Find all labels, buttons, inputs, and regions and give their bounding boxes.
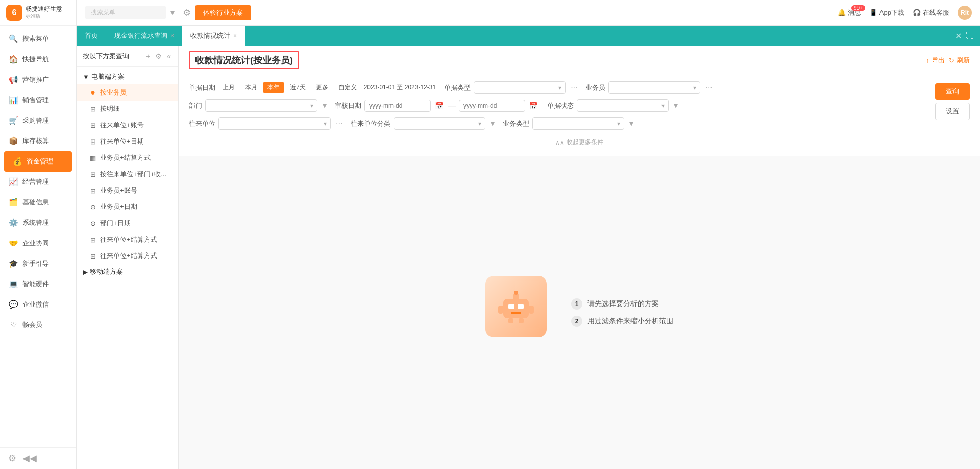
bill-status-more-icon[interactable]: ▾ — [674, 101, 678, 110]
user-avatar[interactable]: Rit — [958, 6, 972, 20]
online-service-btn[interactable]: 🎧 在线客服 — [913, 8, 949, 17]
search-icon: 🔍 — [8, 34, 18, 44]
grid-icon-3: ⊞ — [89, 137, 97, 146]
bill-status-select[interactable] — [577, 99, 669, 112]
date-tab-last-month[interactable]: 上月 — [218, 82, 239, 93]
tab-fullscreen-icon[interactable]: ⛶ — [966, 31, 974, 40]
sidebar-item-hardware[interactable]: 💻 智能硬件 — [0, 274, 76, 294]
tree-group-mobile-title[interactable]: ▶ 移动端方案 — [77, 264, 178, 279]
tree-item-by-detail[interactable]: ⊞ 按明细 — [77, 101, 178, 117]
sidebar-item-search[interactable]: 🔍 搜索菜单 — [0, 29, 76, 49]
empty-state: 1 请先选择要分析的方案 2 用过滤条件来缩小分析范围 — [179, 156, 980, 469]
date-tab-7-days[interactable]: 近7天 — [286, 82, 310, 93]
sidebar-item-purchase[interactable]: 🛒 采购管理 — [0, 110, 76, 131]
app-name: 畅捷通好生意 — [26, 5, 62, 12]
tree-group-desktop-title[interactable]: ▼ 电脑端方案 — [77, 69, 178, 84]
tree-item-salesperson-settlement[interactable]: ▦ 业务员+结算方式 — [77, 150, 178, 166]
panel-add-btn[interactable]: + — [145, 51, 151, 61]
topbar-dropdown-icon[interactable]: ▾ — [170, 8, 175, 17]
panel-settings-btn[interactable]: ⚙ — [154, 51, 163, 61]
topbar-settings-icon[interactable]: ⚙ — [183, 7, 191, 18]
dept-label: 部门 — [189, 101, 202, 110]
review-date-end[interactable] — [459, 100, 525, 112]
dept-more-icon[interactable]: ▾ — [323, 101, 327, 110]
tab-collection-close[interactable]: × — [233, 32, 237, 39]
sidebar-item-vip[interactable]: ♡ 畅会员 — [0, 315, 76, 335]
tree-item-unit-account[interactable]: ⊞ 往来单位+账号 — [77, 117, 178, 133]
logo-icon: 6 — [6, 5, 22, 21]
app-download-btn[interactable]: 📱 App下载 — [869, 8, 904, 17]
tree-item-unit-settlement1[interactable]: ⊞ 往来单位+结算方式 — [77, 231, 178, 248]
salesperson-select[interactable] — [608, 81, 700, 94]
settings-button[interactable]: 设置 — [935, 103, 970, 120]
date-tab-more[interactable]: 更多 — [312, 82, 332, 93]
sidebar-item-guide[interactable]: 🎓 新手引导 — [0, 253, 76, 274]
hardware-icon: 💻 — [8, 279, 18, 289]
dept-select[interactable] — [205, 99, 317, 112]
settings-footer-btn[interactable]: ⚙ — [8, 453, 16, 464]
tab-bank[interactable]: 现金银行流水查询 × — [106, 26, 182, 46]
panel-collapse-btn[interactable]: « — [166, 51, 172, 61]
export-button[interactable]: ↑ 导出 — [926, 56, 945, 65]
sidebar-item-wechat[interactable]: 💬 企业微信 — [0, 294, 76, 315]
left-panel: 按以下方案查询 + ⚙ « ▼ 电脑端方案 ● 按业务员 — [77, 46, 179, 469]
tree-item-salesperson-account[interactable]: ⊞ 业务员+账号 — [77, 182, 178, 199]
tab-collection[interactable]: 收款情况统计 × — [182, 26, 245, 46]
panel-header: 按以下方案查询 + ⚙ « — [77, 46, 178, 67]
tree-item-salesperson-date[interactable]: ⊙ 业务员+日期 — [77, 199, 178, 215]
biz-type-dropdown-icon: ▾ — [629, 119, 633, 128]
sidebar-item-operation[interactable]: 📈 经营管理 — [0, 172, 76, 192]
enterprise-icon: 🤝 — [8, 238, 18, 248]
biz-type-label: 业务类型 — [503, 119, 529, 128]
tree-item-unit-dept-collection[interactable]: ⊞ 按往来单位+部门+收... — [77, 166, 178, 182]
salesperson-more-icon[interactable]: ··· — [705, 83, 712, 92]
calendar-icon-1[interactable]: 📅 — [435, 102, 444, 110]
counter-party-cat-dropdown-icon: ▾ — [491, 119, 495, 128]
svg-rect-2 — [518, 304, 524, 309]
biz-type-select[interactable] — [532, 117, 624, 130]
date-tab-this-year[interactable]: 本年 — [263, 82, 284, 93]
bill-type-select[interactable] — [474, 81, 566, 94]
tab-home[interactable]: 首页 — [77, 26, 106, 46]
filter-counter-party-category-item: 往来单位分类 ▾ — [351, 117, 495, 130]
tab-bank-close[interactable]: × — [170, 32, 174, 39]
counter-party-more-icon[interactable]: ··· — [336, 119, 342, 128]
sidebar-item-system[interactable]: ⚙️ 系统管理 — [0, 213, 76, 233]
date-tab-this-month[interactable]: 本月 — [241, 82, 261, 93]
tree-item-unit-date[interactable]: ⊞ 往来单位+日期 — [77, 133, 178, 150]
notification-btn[interactable]: 🔔 消息 99+ — [838, 8, 861, 17]
tab-close-all-icon[interactable]: ✕ — [955, 31, 962, 41]
query-button[interactable]: 查询 — [935, 83, 970, 100]
trial-button[interactable]: 体验行业方案 — [195, 5, 251, 20]
notification-badge: 99+ — [851, 5, 865, 11]
filter-bill-type-item: 单据类型 ··· — [444, 81, 577, 94]
date-range-text: 2023-01-01 至 2023-12-31 — [364, 83, 436, 92]
date-tabs: 上月 本月 本年 近7天 更多 自定义 — [218, 82, 361, 93]
empty-robot-icon — [485, 276, 547, 337]
sidebar-item-sales[interactable]: 📊 销售管理 — [0, 90, 76, 110]
sidebar-item-finance[interactable]: 💰 资金管理 — [4, 151, 72, 172]
chevron-down-icon: ▼ — [83, 73, 89, 81]
sidebar-item-quick-nav[interactable]: 🏠 快捷导航 — [0, 49, 76, 69]
collapse-btn[interactable]: ∧∧ 收起更多条件 — [189, 135, 970, 150]
sidebar-item-base[interactable]: 🗂️ 基础信息 — [0, 192, 76, 213]
tree-item-unit-settlement2[interactable]: ⊞ 往来单位+结算方式 — [77, 248, 178, 264]
sidebar-item-enterprise[interactable]: 🤝 企业协同 — [0, 233, 76, 253]
counter-party-select[interactable] — [218, 117, 331, 130]
main-area: 搜索菜单 ▾ ⚙ 体验行业方案 🔔 消息 99+ 📱 App下载 🎧 在线客服 … — [77, 0, 980, 469]
refresh-button[interactable]: ↻ 刷新 — [949, 56, 970, 65]
empty-steps: 1 请先选择要分析的方案 2 用过滤条件来缩小分析范围 — [571, 298, 673, 327]
date-tab-custom[interactable]: 自定义 — [334, 82, 361, 93]
bill-type-more-icon[interactable]: ··· — [571, 83, 577, 92]
sidebar-item-marketing[interactable]: 📢 营销推广 — [0, 69, 76, 90]
topbar-search[interactable]: 搜索菜单 — [85, 6, 166, 19]
sidebar-item-inventory[interactable]: 📦 库存核算 — [0, 131, 76, 151]
counter-party-category-select[interactable] — [394, 117, 485, 130]
calendar-icon-2[interactable]: 📅 — [529, 102, 538, 110]
filter-btn-group: 查询 设置 — [935, 83, 970, 120]
collapse-sidebar-btn[interactable]: ◀◀ — [22, 453, 37, 464]
svg-rect-0 — [503, 299, 529, 318]
tree-item-by-salesperson[interactable]: ● 按业务员 — [77, 84, 178, 101]
review-date-start[interactable] — [364, 100, 431, 112]
tree-item-dept-date[interactable]: ⊙ 部门+日期 — [77, 215, 178, 231]
